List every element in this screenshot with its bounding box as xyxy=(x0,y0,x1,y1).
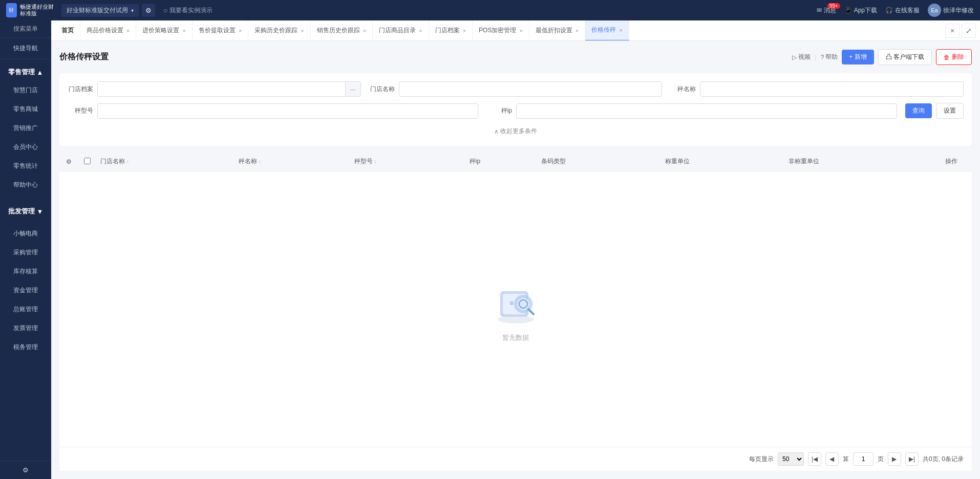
th-scale-model[interactable]: 秤型号 xyxy=(350,152,465,171)
store-name-input[interactable] xyxy=(399,81,663,97)
video-btn[interactable]: ▷ 视频 xyxy=(792,53,811,61)
form-group-scale-name: 秤名称 xyxy=(670,81,964,97)
empty-state: ≡ 暂无数据 xyxy=(59,171,972,447)
sidebar-item-tax[interactable]: 税务管理 xyxy=(0,338,51,357)
messages-btn[interactable]: ✉ 消息 99+ xyxy=(817,6,836,15)
help-label: 帮助 xyxy=(825,53,838,61)
sidebar-item-purchase[interactable]: 采购管理 xyxy=(0,243,51,262)
collapse-label: 收起更多条件 xyxy=(500,127,537,136)
close-icon[interactable]: × xyxy=(363,28,366,34)
store-profile-picker-btn[interactable]: ··· xyxy=(345,82,360,96)
sidebar-item-smart-store[interactable]: 智慧门店 xyxy=(2,81,49,100)
form-group-scale-model: 秤型号 xyxy=(68,103,478,119)
settings-icon[interactable]: ⚙ xyxy=(142,4,155,17)
sidebar-item-invoice[interactable]: 发票管理 xyxy=(0,319,51,338)
download-btn[interactable]: 凸 客户端下载 xyxy=(878,49,932,65)
collapse-btn[interactable]: ∧ 收起更多条件 xyxy=(494,127,537,136)
close-icon[interactable]: × xyxy=(576,28,579,34)
tab-store-catalog[interactable]: 门店商品目录 × xyxy=(373,20,429,41)
th-checkbox[interactable] xyxy=(78,152,96,171)
tab-sale-price[interactable]: 售价提取设置 × xyxy=(193,20,248,41)
wholesale-section: 批发管理 ▼ xyxy=(0,199,51,224)
user-profile-btn[interactable]: Ea 徐泽华修改 xyxy=(928,4,974,17)
close-icon[interactable]: × xyxy=(239,28,242,34)
sidebar-item-member[interactable]: 会员中心 xyxy=(2,138,49,157)
chevron-down-icon: ▾ xyxy=(131,8,134,13)
tab-sales-history[interactable]: 销售历史价跟踪 × xyxy=(311,20,373,41)
th-store-name[interactable]: 门店名称 xyxy=(96,152,235,171)
close-icon[interactable]: × xyxy=(419,28,422,34)
sidebar-settings-btn[interactable]: ⚙ xyxy=(0,461,51,479)
tab-price-transfer[interactable]: 价格传秤 × xyxy=(585,20,629,41)
tab-goods-price[interactable]: 商品价格设置 × xyxy=(80,20,136,41)
delete-btn[interactable]: 🗑 删除 xyxy=(936,49,972,65)
top-bar: 财 畅捷通好业财标准版 好业财标准版交付试用 ▾ ⚙ ○ 我要看实例演示 ✉ 消… xyxy=(0,0,980,20)
search-menu-btn[interactable]: 搜索菜单 xyxy=(0,20,51,38)
page-suffix: 页 xyxy=(878,455,884,464)
tab-purchase-history[interactable]: 采购历史价跟踪 × xyxy=(248,20,310,41)
divider: | xyxy=(815,53,816,61)
sidebar-item-inventory[interactable]: 库存核算 xyxy=(0,262,51,281)
close-icon[interactable]: × xyxy=(463,28,466,34)
form-group-store-profile: 门店档案 ··· xyxy=(68,81,361,97)
tab-min-discount[interactable]: 最低折扣设置 × xyxy=(529,20,585,41)
online-service-label: 在线客服 xyxy=(895,6,920,15)
scale-ip-label: 秤ip xyxy=(486,106,512,115)
tab-purchase-strategy[interactable]: 进价策略设置 × xyxy=(136,20,192,41)
close-icon[interactable]: × xyxy=(619,27,622,33)
help-btn[interactable]: ? 帮助 xyxy=(821,53,838,61)
retail-mgmt-title[interactable]: 零售管理 ▲ xyxy=(2,63,49,81)
per-page-select[interactable]: 50 10 20 100 xyxy=(778,452,804,466)
th-gear[interactable]: ⚙ xyxy=(59,152,78,171)
sidebar-item-xiaochang[interactable]: 小畅电商 xyxy=(0,224,51,243)
th-non-weight-unit: 非称重单位 xyxy=(784,152,931,171)
settings-btn-form[interactable]: 设置 xyxy=(936,103,964,119)
maximize-btn[interactable]: ⤢ xyxy=(962,24,976,38)
page-actions: ▷ 视频 | ? 帮助 + 新增 凸 客户端下载 🗑 xyxy=(792,49,972,65)
select-all-checkbox[interactable] xyxy=(84,158,91,164)
logo-icon: 财 xyxy=(6,3,17,17)
sidebar-item-retail-mall[interactable]: 零售商城 xyxy=(2,100,49,119)
close-icon[interactable]: × xyxy=(519,28,522,34)
version-selector[interactable]: 好业财标准版交付试用 ▾ xyxy=(61,4,139,17)
last-page-btn[interactable]: ▶| xyxy=(905,452,919,466)
scale-name-input[interactable] xyxy=(700,81,964,97)
demo-link[interactable]: ○ 我要看实例演示 xyxy=(163,6,212,15)
store-profile-input[interactable] xyxy=(98,82,345,96)
scale-model-input[interactable] xyxy=(97,103,478,119)
page-input[interactable] xyxy=(853,452,874,466)
query-btn[interactable]: 查询 xyxy=(905,103,932,118)
close-icon[interactable]: × xyxy=(126,28,130,34)
sidebar-item-help[interactable]: 帮助中心 xyxy=(2,176,49,194)
close-icon[interactable]: × xyxy=(182,28,185,34)
online-service-btn[interactable]: 🎧 在线客服 xyxy=(885,6,920,15)
th-scale-name[interactable]: 秤名称 xyxy=(235,152,350,171)
form-group-scale-ip: 秤ip xyxy=(486,103,897,119)
tab-sale-price-label: 售价提取设置 xyxy=(199,26,236,35)
close-tab-btn[interactable]: × xyxy=(945,24,960,38)
next-page-btn[interactable]: ▶ xyxy=(888,452,901,466)
tab-bar-right: × ⤢ xyxy=(945,24,976,38)
add-btn[interactable]: + 新增 xyxy=(842,50,874,64)
tab-pos-management[interactable]: POS加密管理 × xyxy=(473,20,529,41)
sidebar-item-quick-nav[interactable]: 快捷导航 xyxy=(0,40,51,57)
demo-label: 我要看实例演示 xyxy=(169,6,212,15)
empty-illustration: ≡ xyxy=(490,276,541,327)
page-content: 价格传秤设置 ▷ 视频 | ? 帮助 + 新增 凸 客户端下载 xyxy=(51,41,980,479)
store-profile-input-wrapper: ··· xyxy=(97,81,361,97)
scale-ip-input[interactable] xyxy=(516,103,897,119)
video-label: 视频 xyxy=(798,53,811,61)
app-download-btn[interactable]: 📱 App下载 xyxy=(844,6,877,15)
close-icon[interactable]: × xyxy=(301,28,304,34)
wholesale-title[interactable]: 批发管理 ▼ xyxy=(2,203,49,220)
sidebar-item-finance[interactable]: 资金管理 xyxy=(0,281,51,300)
first-page-btn[interactable]: |◀ xyxy=(808,452,821,466)
sidebar-item-retail-stats[interactable]: 零售统计 xyxy=(2,157,49,176)
tab-home[interactable]: 首页 xyxy=(55,20,80,41)
prev-page-btn[interactable]: ◀ xyxy=(825,452,839,466)
top-bar-right: ✉ 消息 99+ 📱 App下载 🎧 在线客服 Ea 徐泽华修改 xyxy=(817,4,974,17)
tab-store-profile-label: 门店档案 xyxy=(435,26,460,35)
sidebar-item-ledger[interactable]: 总账管理 xyxy=(0,300,51,319)
tab-store-profile[interactable]: 门店档案 × xyxy=(429,20,473,41)
sidebar-item-marketing[interactable]: 营销推广 xyxy=(2,119,49,138)
